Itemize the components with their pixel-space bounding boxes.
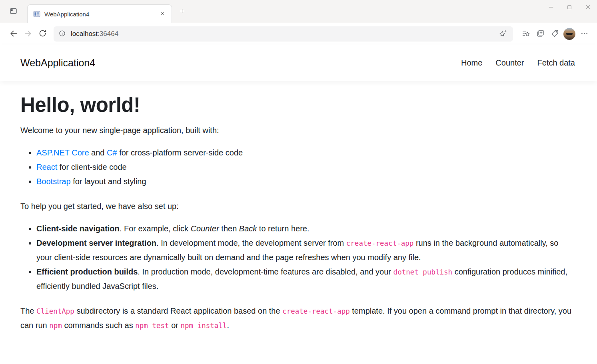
text-run: for client-side code <box>57 163 126 171</box>
url-host: localhost <box>71 30 98 38</box>
forward-icon <box>24 29 32 39</box>
text-run: subdirectory is a standard React applica… <box>74 306 282 315</box>
text-run: then <box>219 224 239 233</box>
tab-strip: WebApplication4 <box>0 0 597 23</box>
list-item: React for client-side code <box>36 160 575 174</box>
text-run: . In production mode, development-time f… <box>138 267 393 276</box>
setup-intro-paragraph: To help you get started, we have also se… <box>20 199 575 213</box>
settings-menu-icon <box>580 29 589 39</box>
text-run: commands such as <box>62 321 135 330</box>
favorites-button[interactable] <box>519 27 533 41</box>
maximize-icon <box>566 4 573 12</box>
tab-favicon <box>33 10 40 18</box>
new-tab-icon <box>179 8 185 15</box>
content-link[interactable]: ASP.NET Core <box>36 148 89 157</box>
main-content: Hello, world! Welcome to your new single… <box>0 81 597 332</box>
italic-text: Counter <box>191 224 219 233</box>
bold-text: Efficient production builds <box>36 267 138 276</box>
site-info-icon[interactable] <box>58 30 66 39</box>
content-link[interactable]: Bootstrap <box>36 177 71 186</box>
browser-tab[interactable]: WebApplication4 <box>27 4 172 23</box>
text-run: for layout and styling <box>71 177 146 186</box>
page-viewport: WebApplication4 Home Counter Fetch data … <box>0 45 597 332</box>
text-run: for cross-platform server-side code <box>117 148 243 157</box>
nav-counter[interactable]: Counter <box>495 58 524 68</box>
profile-avatar[interactable] <box>562 26 577 42</box>
text-run: or <box>169 321 181 330</box>
forward-button[interactable] <box>21 27 35 41</box>
close-window-button[interactable] <box>579 0 597 15</box>
add-favorite-icon <box>499 29 507 39</box>
bold-text: Development server integration <box>36 239 156 247</box>
collections-icon <box>536 29 545 39</box>
refresh-button[interactable] <box>35 27 50 41</box>
address-bar[interactable]: localhost:36464 <box>54 26 513 42</box>
intro-paragraph: Welcome to your new single-page applicat… <box>20 123 575 137</box>
tab-actions-button[interactable] <box>6 4 21 19</box>
code-span: npm <box>49 322 62 330</box>
tab-close-button[interactable] <box>157 9 168 19</box>
new-tab-button[interactable] <box>174 4 190 19</box>
code-span: npm test <box>135 322 169 330</box>
avatar-sunglasses <box>566 33 573 35</box>
list-item: Bootstrap for layout and styling <box>36 174 575 189</box>
refresh-icon <box>38 29 47 39</box>
favorites-icon <box>522 29 530 39</box>
add-favorite-button[interactable] <box>495 27 510 41</box>
code-span: ClientApp <box>36 307 74 315</box>
list-item: Development server integration. In devel… <box>36 236 575 265</box>
code-span: create-react-app <box>346 239 414 247</box>
pinned-extension-button[interactable] <box>547 27 562 41</box>
site-header: WebApplication4 Home Counter Fetch data <box>0 45 597 81</box>
list-item: Client-side navigation. For example, cli… <box>36 221 575 236</box>
close-icon <box>585 4 591 12</box>
text-run: and <box>89 148 107 157</box>
tech-list: ASP.NET Core and C# for cross-platform s… <box>20 145 575 189</box>
browser-toolbar: localhost:36464 <box>0 23 597 45</box>
text-run: . In development mode, the development s… <box>156 239 346 247</box>
italic-text: Back <box>239 224 257 233</box>
page-title: Hello, world! <box>20 93 575 117</box>
brand-link[interactable]: WebApplication4 <box>20 57 95 69</box>
settings-menu-button[interactable] <box>577 27 591 41</box>
tab-title: WebApplication4 <box>44 11 157 18</box>
bold-text: Client-side navigation <box>36 224 120 233</box>
footer-paragraph: The ClientApp subdirectory is a standard… <box>20 304 575 332</box>
pinned-extension-icon <box>551 29 559 39</box>
text-run: The <box>20 306 36 315</box>
nav-fetch-data[interactable]: Fetch data <box>537 58 575 68</box>
profile-photo <box>563 28 575 40</box>
content-link[interactable]: React <box>36 163 57 171</box>
url-port: :36464 <box>98 30 118 38</box>
nav-home[interactable]: Home <box>461 58 482 68</box>
site-nav: Home Counter Fetch data <box>461 58 575 68</box>
code-span: create-react-app <box>282 307 350 315</box>
back-icon <box>9 29 18 39</box>
url-text: localhost:36464 <box>71 30 495 38</box>
code-span: npm install <box>181 322 227 330</box>
collections-button[interactable] <box>533 27 547 41</box>
feature-list: Client-side navigation. For example, cli… <box>20 221 575 293</box>
list-item: ASP.NET Core and C# for cross-platform s… <box>36 145 575 160</box>
maximize-button[interactable] <box>560 0 579 15</box>
content-link[interactable]: C# <box>107 148 117 157</box>
text-run: to return here. <box>257 224 309 233</box>
back-button[interactable] <box>6 27 21 41</box>
browser-window: WebApplication4 <box>0 0 597 45</box>
tab-close-icon <box>160 11 165 17</box>
minimize-icon <box>547 4 555 12</box>
text-run: . <box>227 321 229 330</box>
code-span: dotnet publish <box>393 268 453 276</box>
list-item: Efficient production builds. In producti… <box>36 265 575 293</box>
minimize-button[interactable] <box>542 0 560 15</box>
tab-actions-icon <box>9 7 18 16</box>
window-controls <box>542 0 597 15</box>
text-run: . For example, click <box>120 224 191 233</box>
